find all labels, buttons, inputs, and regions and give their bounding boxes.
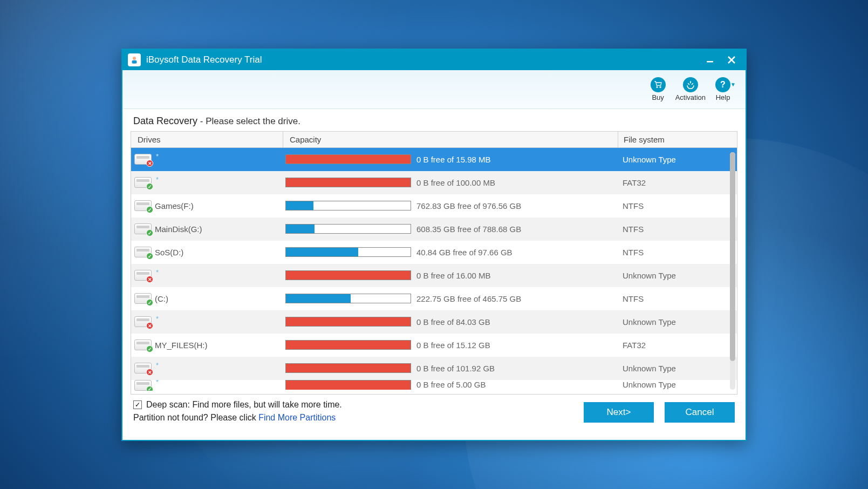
column-filesystem[interactable]: File system: [618, 132, 737, 147]
table-row[interactable]: ✓SoS(D:)40.84 GB free of 97.66 GBNTFS: [131, 241, 737, 264]
table-row[interactable]: ✓MY_FILES(H:)0 B free of 15.12 GBFAT32: [131, 334, 737, 357]
table-row[interactable]: ✕*0 B free of 16.00 MBUnknown Type: [131, 264, 737, 287]
table-row[interactable]: ✕*0 B free of 101.92 GBUnknown Type: [131, 357, 737, 380]
asterisk-icon: *: [156, 380, 159, 386]
capacity-bar-fill: [286, 225, 315, 233]
status-ok-icon: ✓: [146, 229, 153, 236]
filesystem-text: NTFS: [618, 294, 737, 303]
capacity-text: 0 B free of 15.12 GB: [416, 341, 490, 350]
asterisk-icon: *: [156, 152, 159, 160]
window-title: iBoysoft Data Recovery Trial: [146, 55, 262, 65]
svg-point-0: [133, 57, 136, 60]
next-button[interactable]: Next>: [584, 402, 654, 423]
status-error-icon: ✕: [146, 160, 153, 167]
status-ok-icon: ✓: [146, 206, 153, 213]
drive-name: SoS(D:): [155, 248, 183, 257]
table-row[interactable]: ✕*0 B free of 84.03 GBUnknown Type: [131, 310, 737, 334]
drive-grid: Drives Capacity File system ✕*0 B free o…: [131, 131, 737, 395]
capacity-bar-fill: [286, 248, 358, 256]
drive-icon: ✕: [134, 363, 152, 373]
filesystem-text: NTFS: [618, 201, 737, 210]
asterisk-icon: *: [156, 361, 159, 369]
drive-icon: ✓: [134, 223, 152, 234]
capacity-bar-fill: [286, 201, 313, 210]
drive-name: MainDisk(G:): [155, 225, 202, 234]
status-ok-icon: ✓: [146, 253, 153, 260]
capacity-text: 608.35 GB free of 788.68 GB: [416, 225, 521, 234]
filesystem-text: Unknown Type: [618, 271, 737, 280]
app-icon: [128, 53, 141, 66]
help-icon: ?: [715, 77, 730, 92]
desktop-background: iBoysoft Data Recovery Trial Buy Activat…: [0, 0, 868, 489]
asterisk-icon: *: [156, 315, 159, 323]
capacity-text: 40.84 GB free of 97.66 GB: [416, 248, 512, 257]
drive-icon: ✕: [134, 270, 152, 281]
partition-prompt: Partition not found? Please click: [133, 413, 258, 422]
table-row[interactable]: ✕*0 B free of 15.98 MBUnknown Type: [131, 148, 737, 171]
drive-name: (C:): [155, 294, 168, 303]
capacity-text: 0 B free of 100.00 MB: [416, 178, 495, 187]
drive-icon: ✓: [134, 200, 152, 211]
capacity-bar: [285, 317, 411, 327]
buy-button[interactable]: Buy: [651, 77, 666, 101]
capacity-text: 762.83 GB free of 976.56 GB: [416, 201, 521, 210]
capacity-bar: [285, 270, 411, 280]
capacity-bar: [285, 224, 411, 234]
heading-subtitle: - Please select the drive.: [197, 116, 300, 126]
drive-icon: ✓: [134, 177, 152, 188]
status-ok-icon: ✓: [146, 386, 153, 391]
svg-rect-2: [707, 61, 713, 63]
titlebar[interactable]: iBoysoft Data Recovery Trial: [122, 50, 746, 70]
drive-icon: ✕: [134, 154, 152, 165]
table-row[interactable]: ✓(C:)222.75 GB free of 465.75 GBNTFS: [131, 287, 737, 310]
cart-icon: [651, 77, 666, 92]
filesystem-text: Unknown Type: [618, 317, 737, 327]
deep-scan-checkbox[interactable]: ✓: [133, 400, 142, 409]
capacity-bar-fill: [286, 341, 411, 349]
column-capacity[interactable]: Capacity: [283, 132, 618, 147]
drive-icon: ✓: [134, 293, 152, 304]
footer: ✓ Deep scan: Find more files, but will t…: [122, 395, 746, 440]
help-button[interactable]: ? ▼ Help: [715, 77, 730, 101]
activation-button[interactable]: Activation: [675, 77, 706, 101]
table-row[interactable]: ✓*0 B free of 100.00 MBFAT32: [131, 171, 737, 194]
status-error-icon: ✕: [146, 322, 153, 329]
grid-body: ✕*0 B free of 15.98 MBUnknown Type✓*0 B …: [131, 148, 737, 394]
close-button[interactable]: [721, 50, 742, 70]
app-window: iBoysoft Data Recovery Trial Buy Activat…: [121, 49, 747, 441]
drive-icon: ✓: [134, 339, 152, 350]
drive-name: MY_FILES(H:): [155, 341, 208, 350]
heading-title: Data Recovery: [133, 116, 197, 126]
filesystem-text: FAT32: [618, 341, 737, 350]
table-row[interactable]: ✓MainDisk(G:)608.35 GB free of 788.68 GB…: [131, 218, 737, 241]
minimize-button[interactable]: [699, 50, 721, 70]
drive-icon: ✕: [134, 316, 152, 327]
status-error-icon: ✕: [146, 369, 153, 376]
scrollbar-thumb[interactable]: [730, 152, 735, 361]
find-more-partitions-link[interactable]: Find More Partitions: [258, 413, 336, 422]
capacity-text: 0 B free of 101.92 GB: [416, 364, 495, 373]
cancel-button[interactable]: Cancel: [665, 402, 735, 423]
svg-rect-1: [132, 60, 137, 63]
capacity-text: 0 B free of 5.00 GB: [416, 380, 486, 389]
capacity-bar: [285, 380, 411, 390]
capacity-bar: [285, 178, 411, 187]
activation-label: Activation: [675, 93, 706, 101]
capacity-text: 0 B free of 84.03 GB: [416, 317, 490, 327]
filesystem-text: NTFS: [618, 248, 737, 257]
table-row[interactable]: ✓*0 B free of 5.00 GBUnknown Type: [131, 380, 737, 391]
capacity-text: 0 B free of 15.98 MB: [416, 155, 491, 164]
help-label: Help: [716, 93, 730, 101]
status-ok-icon: ✓: [146, 183, 153, 190]
filesystem-text: Unknown Type: [618, 380, 737, 389]
filesystem-text: FAT32: [618, 178, 737, 187]
drive-icon: ✓: [134, 247, 152, 257]
column-drives[interactable]: Drives: [131, 132, 283, 147]
filesystem-text: NTFS: [618, 225, 737, 234]
chevron-down-icon: ▼: [730, 82, 736, 87]
page-heading: Data Recovery - Please select the drive.: [122, 109, 746, 131]
scrollbar[interactable]: [730, 152, 735, 390]
capacity-bar-fill: [286, 364, 411, 372]
table-row[interactable]: ✓Games(F:)762.83 GB free of 976.56 GBNTF…: [131, 194, 737, 218]
status-error-icon: ✕: [146, 276, 153, 283]
